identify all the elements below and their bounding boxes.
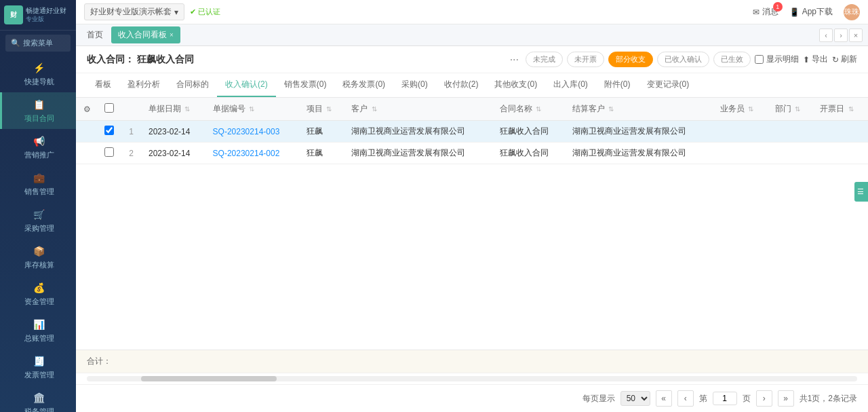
subtab-sales-invoice[interactable]: 销售发票(0) (276, 73, 335, 97)
department-col-header[interactable]: 部门 ⇅ (768, 98, 814, 121)
subtab-payments[interactable]: 收付款(2) (436, 73, 487, 97)
home-tab[interactable]: 首页 (81, 26, 108, 43)
side-action-bar[interactable]: ☰ (854, 182, 868, 202)
row-checkbox-cell[interactable] (98, 143, 121, 164)
tab-close-button[interactable]: × (170, 31, 174, 39)
page-label: 第 (699, 393, 707, 405)
message-badge: 1 (773, 2, 783, 12)
project-sort-icon[interactable]: ⇅ (326, 105, 332, 113)
sidebar-item-inventory[interactable]: 📦 库存核算 (0, 239, 76, 276)
contract-col-header[interactable]: 合同名称 ⇅ (493, 98, 566, 121)
select-all-checkbox[interactable] (104, 103, 114, 113)
tab-close-all-button[interactable]: × (849, 29, 863, 42)
billing-sort-icon[interactable]: ⇅ (608, 105, 614, 113)
subtab-changes[interactable]: 变更记录(0) (639, 73, 698, 97)
display-detail-checkbox[interactable]: 显示明细 (755, 54, 799, 65)
prev-page-button[interactable]: ‹ (677, 390, 694, 407)
subtab-purchase[interactable]: 采购(0) (393, 73, 436, 97)
settings-col-header[interactable]: ⚙ (76, 98, 98, 121)
row-checkbox-cell[interactable] (98, 121, 121, 143)
subtab-kanban[interactable]: 看板 (87, 73, 119, 97)
export-icon: ⬆ (803, 55, 810, 64)
settings-icon[interactable]: ⚙ (83, 105, 91, 114)
sidebar-item-purchase[interactable]: 🛒 采购管理 (0, 202, 76, 239)
sidebar-item-tax[interactable]: 🏛️ 税务管理 (0, 386, 76, 412)
sidebar-item-invoice[interactable]: 🧾 发票管理 (0, 349, 76, 386)
last-page-button[interactable]: » (778, 390, 794, 407)
code-col-header[interactable]: 单据编号 ⇅ (206, 98, 300, 121)
active-tab[interactable]: 收入合同看板 × (111, 26, 180, 43)
row-contract: 狂飙收入合同 (493, 121, 566, 143)
checkbox-col-header[interactable] (98, 98, 121, 121)
user-avatar[interactable]: 珠珠 (844, 4, 860, 20)
first-page-button[interactable]: « (656, 390, 672, 407)
sidebar-search[interactable]: 🔍 搜索菜单 (0, 31, 76, 56)
next-page-button[interactable]: › (756, 390, 772, 407)
subtab-tax-invoice[interactable]: 税务发票(0) (334, 73, 393, 97)
billdate-col-header[interactable]: 开票日 ⇅ (813, 98, 868, 121)
subtab-warehouse[interactable]: 出入库(0) (545, 73, 596, 97)
status-incomplete[interactable]: 未完成 (526, 52, 563, 67)
row-code-link[interactable]: SQ-20230214-002 (213, 149, 280, 158)
sidebar-item-sales[interactable]: 💼 销售管理 (0, 166, 76, 202)
tab-prev-button[interactable]: ‹ (819, 29, 833, 42)
status-partial[interactable]: 部分收支 (608, 52, 653, 67)
topbar-right: ✉ 消息 1 📱 App下载 珠珠 (753, 4, 860, 20)
content-wrapper: 收入合同： 狂飙收入合同 ··· 未完成 未开票 部分收支 已收入确认 已生效 … (76, 46, 868, 412)
project-col-header[interactable]: 项目 ⇅ (300, 98, 345, 121)
page-number-input[interactable] (713, 392, 737, 405)
subtab-items[interactable]: 合同标的 (168, 73, 217, 97)
dept-sort-icon[interactable]: ⇅ (795, 105, 800, 113)
scrollbar-row (76, 373, 868, 384)
subtab-attachments[interactable]: 附件(0) (596, 73, 639, 97)
customer-col-header[interactable]: 客户 ⇅ (344, 98, 492, 121)
project-icon: 📋 (33, 98, 46, 111)
status-uninvoiced[interactable]: 未开票 (567, 52, 604, 67)
billing-col-header[interactable]: 结算客户 ⇅ (566, 98, 713, 121)
table-row: 2 2023-02-14 SQ-20230214-002 狂飙 湖南卫视商业运营… (76, 143, 868, 164)
row-code-link[interactable]: SQ-20230214-003 (213, 127, 280, 136)
row-billing-customer: 湖南卫视商业运营发展有限公司 (566, 121, 713, 143)
sidebar-item-marketing[interactable]: 📢 营销推广 (0, 129, 76, 166)
contract-sort-icon[interactable]: ⇅ (536, 105, 541, 113)
code-sort-icon[interactable]: ⇅ (249, 105, 254, 113)
salesperson-col-header[interactable]: 业务员 ⇅ (713, 98, 768, 121)
export-button[interactable]: ⬆ 导出 (803, 54, 828, 65)
customer-sort-icon[interactable]: ⇅ (372, 105, 377, 113)
ledger-icon: 📊 (33, 318, 46, 331)
sidebar-item-funds[interactable]: 💰 资金管理 (0, 276, 76, 312)
subtab-other[interactable]: 其他收支(0) (486, 73, 545, 97)
scroll-thumb[interactable] (141, 376, 277, 381)
app-download-action[interactable]: 📱 App下载 (789, 6, 833, 18)
per-page-select[interactable]: 50 (620, 391, 650, 406)
avatar: 珠珠 (844, 4, 860, 20)
row-select-checkbox[interactable] (104, 126, 114, 135)
row-select-checkbox[interactable] (104, 147, 114, 157)
status-effective[interactable]: 已生效 (713, 52, 751, 67)
date-sort-icon[interactable]: ⇅ (184, 105, 190, 113)
date-col-header[interactable]: 单据日期 ⇅ (142, 98, 206, 121)
sidebar-item-shortcut[interactable]: ⚡ 快捷导航 (0, 56, 76, 92)
salesperson-sort-icon[interactable]: ⇅ (748, 105, 753, 113)
more-options-button[interactable]: ··· (507, 54, 521, 66)
subtab-revenue[interactable]: 收入确认(2) (217, 73, 276, 97)
sidebar-item-ledger[interactable]: 📊 总账管理 (0, 312, 76, 349)
tab-next-button[interactable]: › (834, 29, 848, 42)
subtab-profit[interactable]: 盈利分析 (119, 73, 168, 97)
row-contract: 狂飙收入合同 (493, 143, 566, 164)
row-project: 狂飙 (300, 121, 345, 143)
row-salesperson (713, 143, 768, 164)
scroll-track[interactable] (87, 376, 857, 381)
billdate-sort-icon[interactable]: ⇅ (848, 105, 854, 113)
data-table: ⚙ 单据日期 ⇅ 单据编号 (76, 98, 868, 164)
sidebar-item-project[interactable]: 📋 项目合同 (0, 92, 76, 129)
row-billing-customer: 湖南卫视商业运营发展有限公司 (566, 143, 713, 164)
message-icon: ✉ (753, 7, 760, 17)
refresh-button[interactable]: ↻ 刷新 (832, 54, 857, 65)
company-selector[interactable]: 好业财专业版演示帐套 ▾ (84, 3, 184, 20)
row-bill-date (813, 121, 868, 143)
message-action[interactable]: ✉ 消息 1 (753, 6, 778, 18)
search-menu-button[interactable]: 🔍 搜索菜单 (5, 35, 71, 52)
status-confirmed[interactable]: 已收入确认 (657, 52, 709, 67)
detail-checkbox-input[interactable] (755, 55, 764, 64)
